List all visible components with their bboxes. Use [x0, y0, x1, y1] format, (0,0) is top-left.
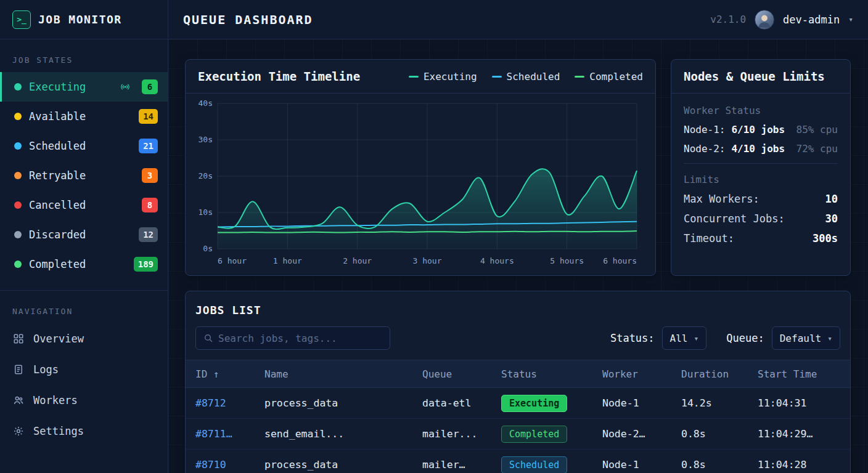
- table-row[interactable]: #8710 process_data mailer… Scheduled Nod…: [186, 450, 850, 473]
- limit-label: Timeout:: [684, 232, 734, 245]
- legend-item-completed[interactable]: Completed: [575, 71, 643, 83]
- state-dot: [14, 142, 22, 150]
- legend-swatch: [575, 76, 584, 78]
- job-duration: 0.8s: [681, 459, 758, 471]
- column-header-start-time[interactable]: Start Time: [758, 368, 850, 380]
- job-id-link[interactable]: #8711…: [195, 428, 264, 440]
- sidebar-item-completed[interactable]: Completed 189: [0, 249, 168, 279]
- gear-icon: [12, 426, 25, 437]
- state-count-badge: 8: [142, 198, 158, 212]
- state-label: Available: [29, 110, 131, 123]
- avatar[interactable]: [755, 10, 774, 30]
- legend-item-scheduled[interactable]: Scheduled: [492, 71, 560, 83]
- page-title: QUEUE DASHBOARD: [183, 12, 313, 27]
- job-queue: mailer...: [422, 428, 501, 440]
- user-menu[interactable]: dev-admin: [783, 14, 840, 26]
- limit-label: Max Workers:: [684, 193, 760, 205]
- timeline-chart: 0s10s20s30s40s6 hour1 hour2 hour3 hour4 …: [186, 94, 655, 272]
- worker-jobs: 4/10 jobs: [731, 143, 785, 155]
- limit-row-timeout: Timeout: 300s: [684, 232, 838, 245]
- document-icon: [12, 364, 25, 375]
- sidebar-item-logs[interactable]: Logs: [0, 354, 168, 385]
- legend-item-executing[interactable]: Executing: [409, 71, 477, 83]
- chevron-down-icon: ▾: [827, 334, 832, 343]
- chevron-down-icon: ▾: [694, 334, 698, 343]
- worker-jobs: 6/10 jobs: [731, 124, 785, 135]
- search-input[interactable]: [218, 333, 382, 344]
- job-worker: Node-2…: [602, 428, 681, 440]
- state-count-badge: 14: [139, 109, 158, 124]
- sidebar-item-discarded[interactable]: Discarded 12: [0, 220, 168, 249]
- worker-cpu: 72% cpu: [796, 143, 838, 155]
- users-icon: [12, 395, 25, 406]
- job-states-header: JOB STATES: [0, 39, 168, 72]
- sidebar-item-overview[interactable]: Overview: [0, 323, 168, 354]
- worker-name: Node-2:: [684, 143, 725, 155]
- timeline-card-title: Execution Time Timeline: [198, 70, 360, 83]
- sidebar-item-retryable[interactable]: Retryable 3: [0, 161, 168, 190]
- column-header-name[interactable]: Name: [264, 368, 422, 380]
- sidebar-item-available[interactable]: Available 14: [0, 102, 168, 131]
- worker-name: Node-1:: [684, 124, 725, 135]
- column-header-duration[interactable]: Duration: [681, 368, 758, 380]
- legend-label: Scheduled: [507, 71, 560, 83]
- state-dot: [14, 231, 22, 238]
- job-id-link[interactable]: #8712: [195, 397, 264, 409]
- queue-filter-select[interactable]: Default ▾: [772, 326, 840, 350]
- legend-swatch: [409, 76, 419, 78]
- job-name: send_email...: [264, 428, 422, 440]
- limit-value: 10: [825, 193, 838, 205]
- job-start-time: 11:04:28: [758, 459, 850, 471]
- svg-text:6 hour: 6 hour: [218, 256, 247, 265]
- job-duration: 0.8s: [681, 428, 758, 440]
- job-start-time: 11:04:29…: [758, 428, 850, 440]
- job-name: process_data: [264, 397, 422, 409]
- status-badge: Completed: [501, 426, 567, 443]
- state-count-badge: 12: [139, 227, 158, 242]
- divider: [684, 163, 838, 164]
- state-count-badge: 6: [142, 79, 158, 94]
- table-row[interactable]: #8712 process_data data-etl Executing No…: [186, 388, 850, 419]
- svg-text:10s: 10s: [199, 208, 213, 217]
- column-header-worker[interactable]: Worker: [602, 368, 681, 380]
- sidebar-item-scheduled[interactable]: Scheduled 21: [0, 131, 168, 161]
- timeline-card: Execution Time Timeline Executing Schedu…: [185, 59, 656, 276]
- state-dot: [14, 261, 22, 268]
- svg-text:5 hours: 5 hours: [550, 256, 584, 265]
- queue-filter-label: Queue:: [726, 332, 764, 344]
- column-header-id[interactable]: ID ↑: [195, 368, 264, 380]
- status-filter-value: All: [670, 333, 688, 344]
- legend-label: Executing: [424, 71, 477, 83]
- app-logo: >_ JOB MONITOR: [0, 0, 168, 39]
- state-dot: [14, 172, 22, 179]
- limit-value: 30: [825, 212, 838, 225]
- svg-text:1 hour: 1 hour: [273, 256, 302, 265]
- limit-value: 300s: [813, 232, 838, 245]
- job-id-link[interactable]: #8710: [195, 459, 264, 471]
- job-duration: 14.2s: [681, 397, 758, 409]
- broadcast-icon: [120, 81, 131, 92]
- limit-label: Concurrent Jobs:: [684, 212, 785, 225]
- column-header-queue[interactable]: Queue: [422, 368, 501, 380]
- sidebar-item-settings[interactable]: Settings: [0, 416, 168, 447]
- column-header-status[interactable]: Status: [501, 368, 602, 380]
- sidebar-item-cancelled[interactable]: Cancelled 8: [0, 190, 168, 220]
- svg-text:6 hours: 6 hours: [603, 256, 637, 265]
- limit-row-concurrent-jobs: Concurrent Jobs: 30: [684, 212, 838, 225]
- nav-label: Overview: [33, 333, 84, 345]
- state-count-badge: 3: [142, 168, 158, 183]
- topbar: QUEUE DASHBOARD v2.1.0 dev-admin ▾: [168, 0, 868, 39]
- sidebar: >_ JOB MONITOR JOB STATES Executing 6 Av…: [0, 0, 168, 473]
- table-row[interactable]: #8711… send_email... mailer... Completed…: [186, 419, 850, 450]
- svg-text:20s: 20s: [199, 171, 213, 180]
- state-count-badge: 21: [139, 139, 158, 153]
- state-label: Scheduled: [29, 140, 131, 152]
- app-title: JOB MONITOR: [38, 13, 122, 26]
- terminal-icon: >_: [12, 10, 31, 29]
- status-filter-select[interactable]: All ▾: [662, 326, 707, 350]
- svg-text:3 hour: 3 hour: [413, 256, 442, 265]
- svg-text:2 hour: 2 hour: [343, 256, 372, 265]
- svg-text:4 hours: 4 hours: [480, 256, 514, 265]
- sidebar-item-workers[interactable]: Workers: [0, 385, 168, 416]
- sidebar-item-executing[interactable]: Executing 6: [0, 72, 168, 102]
